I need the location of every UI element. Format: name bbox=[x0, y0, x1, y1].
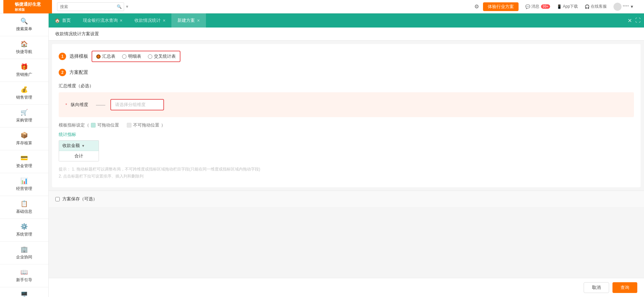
sidebar-label-inventory: 库存核算 bbox=[16, 140, 32, 146]
step2-badge: 2 bbox=[59, 69, 66, 76]
support-label: 在线客服 bbox=[591, 4, 607, 9]
inventory-icon: 📦 bbox=[20, 132, 28, 139]
marketing-icon: 🎁 bbox=[20, 63, 28, 70]
finance-icon: 💳 bbox=[20, 154, 28, 162]
radio-cross-input[interactable] bbox=[148, 54, 152, 59]
sidebar-label-sales: 销售管理 bbox=[16, 95, 32, 100]
sidebar-item-purchase[interactable]: 🛒 采购管理 bbox=[0, 105, 48, 128]
save-label: 方案保存（可选） bbox=[62, 196, 97, 202]
cooperation-icon: 🏢 bbox=[20, 246, 28, 253]
required-star: * bbox=[65, 102, 67, 107]
radio-detail-input[interactable] bbox=[122, 54, 126, 59]
fixed-dot-legend bbox=[127, 123, 131, 128]
dimension-arrow: —— bbox=[96, 102, 105, 107]
save-section: 方案保存（可选） bbox=[49, 191, 644, 207]
trial-button[interactable]: 体验行业方案 bbox=[483, 2, 519, 11]
dimension-selector[interactable]: 请选择分组维度 bbox=[110, 99, 164, 110]
radio-summary[interactable]: 汇总表 bbox=[96, 53, 115, 59]
sidebar-item-hardware[interactable]: 🖥️ 智能硬件 bbox=[0, 287, 48, 297]
dimension-placeholder: 请选择分组维度 bbox=[115, 102, 146, 107]
sidebar-item-sales[interactable]: 💰 销售管理 bbox=[0, 82, 48, 105]
movable-dot-legend bbox=[91, 123, 96, 128]
sidebar-item-inventory[interactable]: 📦 库存核算 bbox=[0, 128, 48, 150]
guide-icon: 📖 bbox=[20, 268, 28, 276]
topbar: 畅捷通好生意 标准版 🔍 ▼ ⚙ 体验行业方案 💬 消息 99+ 📱 App下载… bbox=[0, 0, 644, 13]
sidebar-item-guide[interactable]: 📖 新手引导 bbox=[0, 264, 48, 287]
tab-new-scheme-label: 新建方案 bbox=[177, 17, 195, 23]
dropdown-icon[interactable]: ▼ bbox=[125, 4, 129, 9]
tab-new-scheme-close[interactable]: × bbox=[197, 18, 200, 23]
indicator-header[interactable]: 收款金额 ▼ bbox=[59, 141, 99, 151]
step1-label: 选择模板 bbox=[69, 53, 88, 59]
quick-nav-icon: 🏠 bbox=[20, 40, 28, 48]
content-area: 🏠 首页 现金银行流水查询 × 收款情况统计 × 新建方案 × ✕ ⛶ bbox=[49, 13, 644, 297]
sidebar-item-quick-nav[interactable]: 🏠 快捷导航 bbox=[0, 36, 48, 59]
sales-icon: 💰 bbox=[20, 86, 28, 93]
user-area[interactable]: **** ▼ bbox=[613, 3, 634, 11]
radio-cross-label: 交叉统计表 bbox=[154, 53, 176, 59]
breadcrumb: 收款情况统计方案设置 bbox=[55, 31, 99, 36]
radio-detail[interactable]: 明细表 bbox=[122, 53, 141, 59]
sidebar-item-finance[interactable]: 💳 资金管理 bbox=[0, 150, 48, 173]
indicators-section-close: ） bbox=[161, 122, 165, 128]
user-dropdown-icon: ▼ bbox=[630, 4, 634, 9]
search-input[interactable] bbox=[57, 2, 124, 11]
step2-row: 2 方案配置 bbox=[59, 69, 634, 76]
tab-receivable-stats[interactable]: 收款情况统计 × bbox=[128, 13, 171, 28]
tab-new-scheme[interactable]: 新建方案 × bbox=[171, 13, 206, 28]
notification-badge: 99+ bbox=[541, 4, 550, 9]
sidebar-item-basic-info[interactable]: 📋 基础信息 bbox=[0, 196, 48, 219]
config-section: 汇总维度（必选） * 纵向维度 —— 请选择分组维度 bbox=[59, 83, 634, 179]
sidebar-label-basic-info: 基础信息 bbox=[16, 209, 32, 214]
sidebar-label-guide: 新手引导 bbox=[16, 277, 32, 283]
sidebar-item-system[interactable]: ⚙️ 系统管理 bbox=[0, 219, 48, 242]
indicator-table: 收款金额 ▼ 合计 bbox=[59, 140, 99, 161]
main-layout: 🔍 搜索菜单 🏠 快捷导航 🎁 营销推广 💰 销售管理 🛒 采购管理 📦 库存核… bbox=[0, 13, 644, 297]
sidebar-item-cooperation[interactable]: 🏢 企业协同 bbox=[0, 242, 48, 264]
indicators-label: 统计指标 bbox=[59, 132, 634, 138]
topbar-search-area: 🔍 ▼ bbox=[52, 2, 474, 11]
search-menu-icon: 🔍 bbox=[20, 17, 28, 25]
tab-receivable-stats-close[interactable]: × bbox=[163, 18, 165, 23]
search-icon: 🔍 bbox=[117, 4, 122, 9]
dimension-row-vertical: * 纵向维度 —— 请选择分组维度 bbox=[65, 99, 627, 110]
sidebar-label-operations: 经营管理 bbox=[16, 186, 32, 192]
tab-bank-flow-close[interactable]: × bbox=[120, 18, 122, 23]
system-icon: ⚙️ bbox=[20, 223, 28, 230]
message-label: 消息 bbox=[531, 4, 539, 9]
sidebar-label-marketing: 营销推广 bbox=[16, 72, 32, 78]
tab-bar-actions: ✕ ⛶ bbox=[624, 13, 644, 28]
sidebar-item-operations[interactable]: 📊 经营管理 bbox=[0, 173, 48, 196]
support-area[interactable]: 🎧 在线客服 bbox=[585, 4, 607, 9]
step1-badge: 1 bbox=[59, 53, 66, 60]
sidebar-label-finance: 资金管理 bbox=[16, 163, 32, 169]
vertical-dimension-label: 纵向维度 bbox=[71, 102, 91, 108]
sidebar-label-purchase: 采购管理 bbox=[16, 117, 32, 123]
sidebar-label-cooperation: 企业协同 bbox=[16, 254, 32, 260]
page-content: 收款情况统计方案设置 1 选择模板 汇总表 明细表 bbox=[49, 28, 644, 278]
template-radio-group: 汇总表 明细表 交叉统计表 bbox=[92, 51, 180, 62]
topbar-center-actions: ⚙ 体验行业方案 bbox=[474, 2, 519, 11]
settings-icon[interactable]: ⚙ bbox=[474, 3, 479, 10]
sidebar-item-marketing[interactable]: 🎁 营销推广 bbox=[0, 59, 48, 82]
radio-summary-input[interactable] bbox=[96, 54, 101, 59]
tab-bank-flow[interactable]: 现金银行流水查询 × bbox=[77, 13, 128, 28]
tab-home[interactable]: 🏠 首页 bbox=[49, 13, 77, 28]
sidebar: 🔍 搜索菜单 🏠 快捷导航 🎁 营销推广 💰 销售管理 🛒 采购管理 📦 库存核… bbox=[0, 13, 49, 297]
footer-actions: 取消 查询 bbox=[49, 278, 644, 297]
cancel-button[interactable]: 取消 bbox=[584, 282, 609, 293]
tab-close-all-icon[interactable]: ✕ bbox=[628, 17, 632, 24]
sidebar-item-search-menu[interactable]: 🔍 搜索菜单 bbox=[0, 13, 48, 36]
step1-row: 1 选择模板 汇总表 明细表 交叉统计表 bbox=[59, 51, 634, 62]
radio-cross[interactable]: 交叉统计表 bbox=[148, 53, 176, 59]
indicator-column-header: 收款金额 bbox=[62, 143, 80, 149]
user-avatar bbox=[613, 3, 622, 11]
query-button[interactable]: 查询 bbox=[612, 282, 637, 293]
indicator-dropdown-icon[interactable]: ▼ bbox=[82, 144, 85, 148]
save-checkbox[interactable] bbox=[55, 197, 60, 201]
tab-expand-icon[interactable]: ⛶ bbox=[635, 17, 641, 23]
sidebar-label-system: 系统管理 bbox=[16, 232, 32, 237]
download-area[interactable]: 📱 App下载 bbox=[557, 4, 578, 9]
message-area[interactable]: 💬 消息 99+ bbox=[525, 4, 550, 9]
logo: 畅捷通好生意 标准版 bbox=[3, 0, 52, 13]
